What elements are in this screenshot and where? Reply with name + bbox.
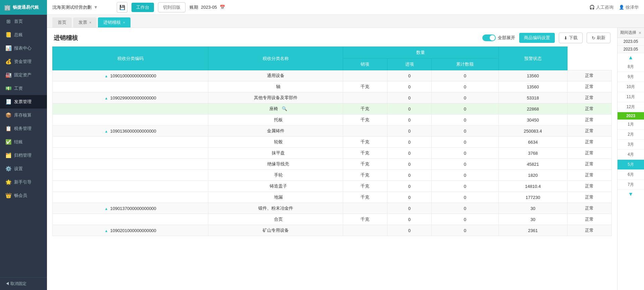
cell-purchase: 0	[432, 103, 498, 115]
cell-purchase: 0	[432, 192, 498, 203]
period-year-2023-05-2[interactable]: 2023.05	[618, 46, 644, 53]
sidebar-item-settings[interactable]: ⚙️ 设置	[0, 162, 47, 175]
cell-tax-name: 绝缘导线壳	[208, 159, 343, 170]
period-7[interactable]: 7月	[618, 180, 644, 190]
period-10[interactable]: 10月	[618, 82, 644, 92]
fixed-assets-icon: 🏭	[5, 72, 11, 78]
workbench-button[interactable]: 工作台	[131, 3, 154, 12]
sidebar-item-ledger[interactable]: 📒 总账	[0, 28, 47, 42]
period-display: 账期 2023-05 📅	[190, 4, 225, 10]
sidebar-item-reports[interactable]: 📊 报表中心	[0, 42, 47, 55]
main-content: 沈海英测试经营勿删 ▼ 💾 工作台 切到旧版 账期 2023-05 📅 🎧 人工…	[47, 0, 644, 290]
product-code-button[interactable]: 商品编码设置	[519, 33, 555, 43]
cell-warning: 正常	[567, 70, 611, 81]
sidebar-item-label: 资金管理	[14, 59, 32, 65]
period-12[interactable]: 12月	[618, 102, 644, 112]
cell-total: 13560	[498, 70, 567, 81]
cell-tax-code	[53, 192, 208, 203]
th-sales: 销项	[343, 59, 387, 70]
cell-purchase: 0	[432, 115, 498, 126]
period-6[interactable]: 6月	[618, 170, 644, 180]
tab-invoice[interactable]: 发票 ×	[73, 17, 97, 27]
tab-invoice-close[interactable]: ×	[89, 20, 91, 24]
sidebar-collapse-btn[interactable]: ◀ 取消固定	[0, 277, 47, 290]
sidebar-item-guide[interactable]: 🌟 新手引导	[0, 175, 47, 189]
period-panel-close-btn[interactable]: ×	[639, 30, 641, 35]
ai-consult-btn[interactable]: 🎧 人工咨询	[589, 4, 613, 10]
cell-sales: 0	[387, 137, 432, 148]
period-nav-up: ▲	[618, 53, 644, 62]
expand-icon[interactable]: ▲	[105, 96, 108, 100]
user-menu[interactable]: 👤 徐泽华	[619, 4, 639, 10]
period-4[interactable]: 4月	[618, 150, 644, 160]
tab-home[interactable]: 首页	[52, 17, 72, 27]
expand-icon[interactable]: ▲	[105, 229, 108, 233]
expand-icon[interactable]: ▲	[105, 207, 108, 211]
table-row: 抹平盘千克003768正常	[53, 148, 612, 159]
sidebar-item-tax[interactable]: 📋 税务管理	[0, 122, 47, 135]
sidebar-item-label: 固定资产	[14, 72, 32, 78]
sidebar-item-archive[interactable]: 🗂️ 归档管理	[0, 149, 47, 162]
refresh-button[interactable]: ↻ 刷新	[587, 32, 610, 43]
sidebar-item-salary[interactable]: 💵 工资	[0, 82, 47, 95]
period-9[interactable]: 9月	[618, 72, 644, 82]
period-5[interactable]: 5月	[618, 160, 644, 170]
cell-total: 177230	[498, 192, 567, 203]
calendar-icon[interactable]: 📅	[220, 5, 225, 10]
cell-sales: 0	[387, 170, 432, 181]
period-nav-down-btn[interactable]: ▼	[628, 191, 634, 197]
period-8[interactable]: 8月	[618, 62, 644, 72]
switch-version-button[interactable]: 切到旧版	[158, 2, 185, 12]
cell-tax-code: ▲1090137000000000000	[53, 203, 208, 214]
cell-unit: 千克	[343, 159, 387, 170]
invoice-icon: 🧾	[5, 99, 11, 105]
table-row: 铸造盖子千克0014810.4正常	[53, 181, 612, 192]
cell-sales: 0	[387, 126, 432, 137]
reconcile-table: 税收分类编码 税收分类名称 数量 预警状态 销项 进项 累计数额 ▲109010…	[52, 47, 612, 236]
expand-icon[interactable]: ▲	[105, 74, 108, 78]
page-body: 进销稽核 全部展开 商品编码设置 ⬇ 下载 ↻ 刷新	[47, 28, 617, 290]
cell-total: 30	[498, 214, 567, 225]
company-selector[interactable]: 沈海英测试经营勿删 ▼	[52, 4, 113, 10]
cell-tax-name: 轴	[208, 81, 343, 92]
sidebar-item-inventory[interactable]: 📦 库存核算	[0, 108, 47, 122]
download-button[interactable]: ⬇ 下载	[559, 32, 583, 43]
period-label: 账期	[190, 4, 198, 10]
sidebar: 🏢 畅捷通易代账 ⊞ 首页 📒 总账 📊 报表中心 💰 资金管理 🏭 固定资产 …	[0, 0, 47, 290]
period-2[interactable]: 2月	[618, 130, 644, 140]
tab-reconcile[interactable]: 进销稽核 ×	[98, 17, 130, 27]
expand-toggle[interactable]	[482, 34, 496, 41]
cell-total: 1820	[498, 170, 567, 181]
user-icon: 👤	[619, 5, 624, 10]
period-1[interactable]: 1月	[618, 120, 644, 130]
ai-consult-label: 人工咨询	[596, 4, 613, 10]
period-3[interactable]: 3月	[618, 140, 644, 150]
search-icon[interactable]: 🔍	[282, 106, 287, 111]
sidebar-item-checkout[interactable]: ✅ 结账	[0, 135, 47, 149]
cell-total: 250083.4	[498, 126, 567, 137]
save-draft-button[interactable]: 💾	[117, 2, 127, 13]
sidebar-item-label: 新手引导	[14, 179, 32, 185]
period-panel-header: 期间选择 ×	[618, 28, 644, 38]
cell-total: 22868	[498, 103, 567, 115]
sidebar-item-home[interactable]: ⊞ 首页	[0, 15, 47, 28]
cell-warning: 正常	[567, 126, 611, 137]
period-nav-up-btn[interactable]: ▲	[628, 55, 634, 61]
cell-tax-name: 地漏	[208, 192, 343, 203]
period-year-2023-05-top[interactable]: 2023.05	[618, 38, 644, 46]
cell-sales: 0	[387, 225, 432, 236]
cell-purchase: 0	[432, 81, 498, 92]
period-11[interactable]: 11月	[618, 92, 644, 102]
cell-purchase: 0	[432, 170, 498, 181]
sidebar-item-fixed-assets[interactable]: 🏭 固定资产	[0, 68, 47, 82]
period-panel: 期间选择 × 2023.05 2023.05 ▲ 8月 9月 10月 11月 1…	[617, 28, 644, 290]
table-wrap: 税收分类编码 税收分类名称 数量 预警状态 销项 进项 累计数额 ▲109010…	[47, 47, 617, 290]
guide-icon: 🌟	[5, 179, 11, 185]
cell-warning: 正常	[567, 192, 611, 203]
expand-icon[interactable]: ▲	[105, 129, 108, 133]
sidebar-item-vip[interactable]: 👑 畅会员	[0, 189, 47, 202]
tab-reconcile-close[interactable]: ×	[123, 20, 125, 24]
cell-sales: 0	[387, 92, 432, 103]
sidebar-item-invoice[interactable]: 🧾 发票管理	[0, 95, 47, 108]
sidebar-item-funds[interactable]: 💰 资金管理	[0, 55, 47, 68]
